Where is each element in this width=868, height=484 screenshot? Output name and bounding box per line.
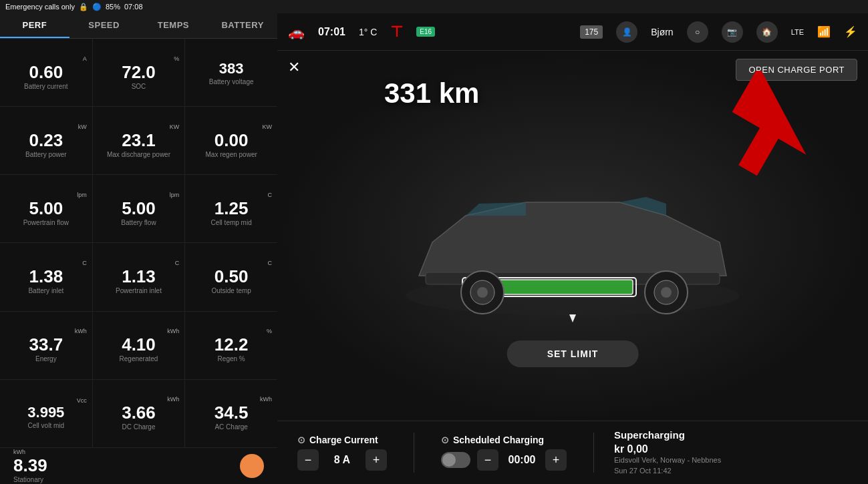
supercharging-title: Supercharging (614, 429, 848, 441)
header-signal-lte: LTE (791, 28, 804, 36)
tab-perf[interactable]: PERF (0, 13, 69, 38)
toggle-knob (442, 453, 456, 467)
scheduled-time-minus-button[interactable]: − (477, 449, 498, 471)
stat-ac-charge: kWh 34.5 AC Charge (185, 380, 277, 447)
supercharging-date: Sun 27 Oct 11:42 (614, 466, 848, 476)
svg-point-10 (661, 287, 672, 298)
header-user-name: Bjørn (651, 27, 673, 37)
svg-marker-11 (569, 314, 576, 322)
stat-energy: kWh 33.7 Energy (0, 312, 92, 379)
set-limit-button[interactable]: SET LIMIT (507, 340, 639, 367)
stats-grid: A 0.60 Battery current % 72.0 SOC 383 Ba… (0, 39, 277, 447)
header-time: 07:01 (318, 26, 345, 38)
header-profile-num: 175 (580, 25, 603, 39)
car-visual (379, 149, 766, 336)
header-camera-btn[interactable]: 📷 (722, 21, 743, 43)
stat-soc: % 72.0 SOC (93, 39, 185, 106)
scheduled-charging-toggle[interactable] (441, 452, 470, 468)
main-content: PERF SPEED TEMPS BATTERY A 0.60 Battery … (0, 13, 868, 484)
stat-battery-inlet: C 1.38 Battery inlet (0, 243, 92, 310)
charge-current-title: ⊙ Charge Current (297, 435, 387, 445)
charge-current-minus-button[interactable]: − (297, 449, 319, 471)
emergency-text: Emergency calls only (5, 3, 75, 11)
charge-current-icon: ⊙ (297, 435, 305, 445)
header-badge: E16 (416, 27, 435, 37)
charge-current-controls: − 8 A + (297, 449, 387, 471)
stat-cell-temp: C 1.25 Cell temp mid (185, 175, 277, 242)
stat-max-regen: KW 0.00 Max regen power (185, 107, 277, 174)
right-panel: 🚗 07:01 1° C ⊤ E16 175 👤 Bjørn ○ 📷 🏠 LTE… (277, 13, 868, 484)
header-circle-btn[interactable]: ○ (687, 21, 708, 43)
bottom-indicator: kWh 8.39 Stationary (0, 447, 277, 484)
charge-current-plus-button[interactable]: + (366, 449, 387, 471)
stat-battery-current: A 0.60 Battery current (0, 39, 92, 106)
tesla-header: 🚗 07:01 1° C ⊤ E16 175 👤 Bjørn ○ 📷 🏠 LTE… (277, 13, 868, 51)
divider-2 (593, 433, 594, 473)
header-temp: 1° C (359, 27, 377, 37)
tab-temps[interactable]: TEMPS (139, 13, 208, 38)
charge-current-value: 8 A (325, 454, 359, 466)
close-button[interactable]: ✕ (288, 59, 300, 76)
supercharging-price: kr 0,00 (614, 443, 848, 455)
header-profile-btn[interactable]: 👤 (616, 21, 637, 43)
status-bar: Emergency calls only 🔒 🔵 85% 07:08 (0, 0, 868, 13)
range-display: 331 km (384, 77, 479, 109)
supercharging-location: Eidsvoll Verk, Norway - Nebbnes (614, 455, 848, 465)
header-signal-bars: 📶 (817, 25, 831, 38)
scheduled-charging-icon: ⊙ (441, 435, 449, 445)
stat-battery-power: kW 0.23 Battery power (0, 107, 92, 174)
stat-powertrain-inlet: C 1.13 Powertrain inlet (93, 243, 185, 310)
bottom-stat: kWh 8.39 Stationary (13, 449, 47, 483)
stat-powertrain-flow: lpm 5.00 Powertrain flow (0, 175, 92, 242)
scheduled-time-value: 00:00 (505, 454, 539, 466)
tesla-logo: ⊤ (390, 23, 403, 41)
battery-text: 85% (106, 3, 120, 11)
car-area: ✕ OPEN CHARGE PORT 331 km (277, 51, 868, 421)
tab-speed[interactable]: SPEED (69, 13, 139, 38)
tab-bar: PERF SPEED TEMPS BATTERY (0, 13, 277, 39)
orange-indicator (240, 454, 264, 478)
divider-1 (414, 433, 414, 473)
bluetooth-icon: 🔵 (92, 3, 102, 11)
stat-regen-percent: % 12.2 Regen % (185, 312, 277, 379)
stat-battery-voltage: 383 Battery voltage (185, 39, 277, 106)
scheduled-charging-title: ⊙ Scheduled Charging (441, 435, 567, 445)
svg-point-7 (477, 287, 488, 298)
stat-cell-volt-mid: Vcc 3.995 Cell volt mid (0, 380, 92, 447)
stat-outside-temp: C 0.50 Outside temp (185, 243, 277, 310)
scheduled-charging-controls: − 00:00 + (441, 449, 567, 471)
left-panel: PERF SPEED TEMPS BATTERY A 0.60 Battery … (0, 13, 277, 484)
scheduled-charging-section: ⊙ Scheduled Charging − 00:00 + (421, 435, 587, 471)
bottom-controls: ⊙ Charge Current − 8 A + ⊙ Scheduled Cha… (277, 421, 868, 484)
header-bluetooth-icon: ⚡ (844, 25, 857, 38)
header-car-icon: 🚗 (288, 24, 305, 40)
tab-battery[interactable]: BATTERY (208, 13, 277, 38)
stat-battery-flow: lpm 5.00 Battery flow (93, 175, 185, 242)
stat-regenerated: kWh 4.10 Regenerated (93, 312, 185, 379)
header-home-btn[interactable]: 🏠 (756, 21, 778, 43)
supercharging-section: Supercharging kr 0,00 Eidsvoll Verk, Nor… (601, 429, 848, 476)
stat-max-discharge: KW 23.1 Max discharge power (93, 107, 185, 174)
scheduled-time-plus-button[interactable]: + (545, 449, 567, 471)
stat-dc-charge: kWh 3.66 DC Charge (93, 380, 185, 447)
charge-current-section: ⊙ Charge Current − 8 A + (297, 435, 407, 471)
lock-icon: 🔒 (79, 3, 88, 11)
time-status: 07:08 (124, 3, 143, 11)
